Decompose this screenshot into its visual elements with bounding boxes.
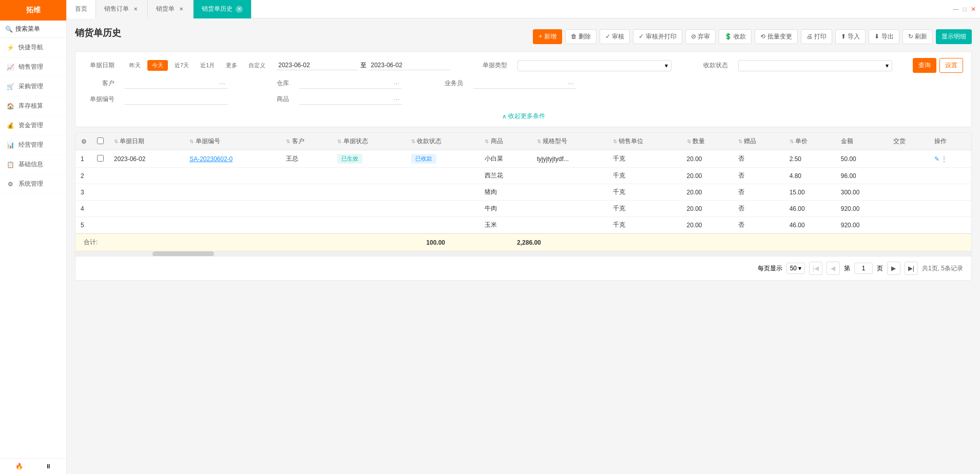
doc-no-link[interactable]: SA-20230602-0 <box>189 155 233 163</box>
tab-sales-goods-close[interactable]: ✕ <box>178 6 185 13</box>
scroll-thumb[interactable] <box>152 251 214 256</box>
th-checkbox[interactable] <box>92 133 109 150</box>
cell-checkbox[interactable] <box>92 184 109 201</box>
collect-button[interactable]: 💲 收款 <box>719 29 752 44</box>
date-to-input[interactable] <box>369 61 451 70</box>
maximize-icon[interactable]: □ <box>963 6 967 13</box>
doc-type-select[interactable]: ▾ <box>517 60 671 71</box>
import-button[interactable]: ⬆ 导入 <box>835 29 866 44</box>
pagination: 每页显示 50 ▾ |◀ ◀ 第 页 ▶ ▶| 共1页, 5条记录 <box>75 256 971 280</box>
th-quantity[interactable]: ⇅ 数量 <box>682 133 733 150</box>
next-page-button[interactable]: ▶ <box>887 262 900 275</box>
sidebar-item-inventory[interactable]: 🏠 库存核算 <box>0 96 66 116</box>
pause-icon[interactable]: ⏸ <box>45 463 51 470</box>
date-1month-btn[interactable]: 近1月 <box>196 60 219 71</box>
sidebar-item-finance[interactable]: 💰 资金管理 <box>0 116 66 135</box>
tab-sales-history-close[interactable]: ✕ <box>236 6 243 13</box>
sidebar-item-quick-nav[interactable]: ⚡ 快捷导航 <box>0 38 66 57</box>
delete-button[interactable]: 🗑 删除 <box>565 29 597 44</box>
th-spec[interactable]: ⇅ 规格型号 <box>532 133 608 150</box>
table-scroll-area[interactable]: ⚙ ⇅ 单据日期 ⇅ 单据编号 ⇅ 客户 ⇅ 单据状态 ⇅ 收款状态 ⇅ 商品 … <box>75 133 971 233</box>
query-button[interactable]: 查询 <box>913 58 936 73</box>
collapse-button[interactable]: ∧ 收起更多条件 <box>502 112 545 121</box>
th-product[interactable]: ⇅ 商品 <box>479 133 531 150</box>
salesperson-picker-icon[interactable]: ··· <box>566 79 576 87</box>
more-action-btn[interactable]: ⋮ <box>941 155 947 163</box>
sidebar-item-sales-mgmt[interactable]: 📈 销售管理 <box>0 57 66 77</box>
product-input[interactable] <box>299 94 392 104</box>
cell-checkbox[interactable] <box>92 150 109 168</box>
sidebar-item-operations[interactable]: 📊 经营管理 <box>0 135 66 155</box>
first-page-button[interactable]: |◀ <box>809 262 822 275</box>
tab-home[interactable]: 首页 <box>67 0 96 18</box>
approve-print-button[interactable]: ✓ 审核并打印 <box>633 29 682 44</box>
total-info: 共1页, 5条记录 <box>922 264 963 273</box>
cell-customer <box>281 217 332 233</box>
th-settings[interactable]: ⚙ <box>75 133 92 150</box>
abandon-button[interactable]: ⊘ 弃审 <box>685 29 716 44</box>
sidebar-item-purchase-mgmt[interactable]: 🛒 采购管理 <box>0 77 66 96</box>
tab-sales-order[interactable]: 销售订单 ✕ <box>96 0 148 18</box>
sidebar-item-system-mgmt[interactable]: ⚙ 系统管理 <box>0 174 66 194</box>
warehouse-input[interactable] <box>299 78 392 88</box>
cell-checkbox[interactable] <box>92 201 109 217</box>
cell-doc-status <box>332 201 406 217</box>
th-unit-price[interactable]: ⇅ 单价 <box>784 133 836 150</box>
sidebar-item-basic-info[interactable]: 📋 基础信息 <box>0 155 66 174</box>
doc-no-input[interactable] <box>125 94 227 105</box>
fire-icon[interactable]: 🔥 <box>15 463 23 470</box>
th-doc-no[interactable]: ⇅ 单据编号 <box>184 133 281 150</box>
product-picker-icon[interactable]: ··· <box>392 95 402 103</box>
tab-sales-goods[interactable]: 销货单 ✕ <box>148 0 194 18</box>
batch-change-button[interactable]: ⟲ 批量变更 <box>755 29 797 44</box>
close-window-icon[interactable]: ✕ <box>971 6 976 13</box>
cell-doc-status <box>332 168 406 184</box>
th-sales-unit[interactable]: ⇅ 销售单位 <box>608 133 681 150</box>
prev-page-button[interactable]: ◀ <box>827 262 840 275</box>
cell-doc-status <box>332 217 406 233</box>
page-number-input[interactable] <box>854 263 873 274</box>
refresh-button[interactable]: ↻ 刷新 <box>902 29 933 44</box>
date-from-input[interactable] <box>276 61 358 70</box>
select-all-checkbox[interactable] <box>97 137 104 144</box>
cell-checkbox[interactable] <box>92 217 109 233</box>
last-page-button[interactable]: ▶| <box>905 262 918 275</box>
edit-action-btn[interactable]: ✎ <box>934 155 939 163</box>
date-yesterday-btn[interactable]: 昨天 <box>125 60 145 71</box>
th-doc-date[interactable]: ⇅ 单据日期 <box>109 133 184 150</box>
cell-spec <box>532 168 608 184</box>
minimize-icon[interactable]: — <box>953 6 959 13</box>
salesperson-label: 业务员 <box>432 79 463 88</box>
payment-status-select[interactable]: ▾ <box>738 60 892 71</box>
tab-sales-order-close[interactable]: ✕ <box>132 6 139 13</box>
date-today-btn[interactable]: 今天 <box>147 60 168 71</box>
new-button[interactable]: + 新增 <box>533 29 562 44</box>
sidebar-item-search-menu[interactable]: 🔍 搜索菜单 <box>0 21 66 38</box>
th-gift[interactable]: ⇅ 赠品 <box>733 133 784 150</box>
sidebar-bottom-actions: 🔥 ⏸ <box>0 458 66 474</box>
per-page-label: 每页显示 <box>758 264 782 273</box>
customer-input[interactable] <box>125 78 217 88</box>
print-button[interactable]: 🖨 打印 <box>801 29 832 44</box>
export-button[interactable]: ⬇ 导出 <box>869 29 899 44</box>
th-amount[interactable]: 金额 <box>836 133 889 150</box>
th-delivery[interactable]: 交货 <box>888 133 929 150</box>
per-page-select[interactable]: 50 ▾ <box>786 263 805 274</box>
date-more-btn[interactable]: 更多 <box>221 60 242 71</box>
cell-gift: 否 <box>733 217 784 233</box>
show-detail-button[interactable]: 显示明细 <box>936 29 972 44</box>
horizontal-scrollbar[interactable] <box>75 251 971 256</box>
customer-picker-icon[interactable]: ··· <box>217 79 227 87</box>
tab-sales-history[interactable]: 销货单历史 ✕ <box>194 0 252 18</box>
date-7days-btn[interactable]: 近7天 <box>170 60 194 71</box>
cell-checkbox[interactable] <box>92 168 109 184</box>
salesperson-input[interactable] <box>473 78 566 88</box>
th-doc-status[interactable]: ⇅ 单据状态 <box>332 133 406 150</box>
cell-action: ✎ ⋮ <box>929 150 971 168</box>
approve-button[interactable]: ✓ 审核 <box>600 29 630 44</box>
settings-button[interactable]: 设置 <box>939 58 963 73</box>
th-pay-status[interactable]: ⇅ 收款状态 <box>406 133 479 150</box>
warehouse-picker-icon[interactable]: ··· <box>392 79 402 87</box>
th-customer[interactable]: ⇅ 客户 <box>281 133 332 150</box>
date-custom-btn[interactable]: 自定义 <box>244 60 270 71</box>
